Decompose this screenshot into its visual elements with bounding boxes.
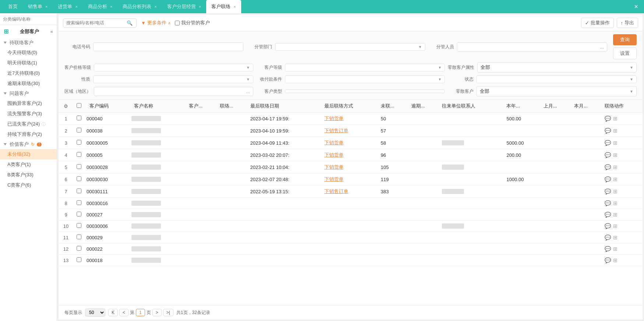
row-checkbox[interactable]	[77, 246, 81, 251]
grid-action-icon[interactable]: ⊞	[613, 200, 617, 206]
contact-method-link[interactable]: 下销售订单	[324, 188, 348, 194]
row-checkbox-cell[interactable]	[73, 243, 84, 255]
settings-icon[interactable]: ⚙	[64, 103, 68, 109]
last-page-button[interactable]: >|	[163, 309, 173, 316]
message-icon[interactable]: 💬	[605, 212, 611, 218]
row-checkbox-cell[interactable]	[73, 113, 84, 125]
row-checkbox-cell[interactable]	[73, 198, 84, 209]
message-icon[interactable]: 💬	[605, 246, 611, 252]
tab-customer-tier[interactable]: 客户分层经营 ×	[162, 0, 206, 13]
tab-product-analysis-list-close[interactable]: ×	[154, 4, 156, 9]
sidebar-search-input[interactable]	[3, 17, 57, 22]
sidebar-item-declining[interactable]: 持续下滑客户(2)	[0, 129, 57, 140]
row-checkbox-cell[interactable]	[73, 149, 84, 161]
more-conditions-button[interactable]: ▼ 更多条件 ∧	[141, 20, 170, 26]
row-checkbox[interactable]	[77, 234, 81, 239]
cust-type-select[interactable]	[285, 89, 445, 93]
tab-product-analysis[interactable]: 商品分析 ×	[83, 0, 117, 13]
zero-cust-select[interactable]: 全部 ▼	[476, 86, 637, 96]
tab-purchase-close[interactable]: ×	[75, 4, 77, 9]
col-settings[interactable]: ⚙	[59, 100, 73, 113]
message-icon[interactable]: 💬	[605, 140, 611, 146]
row-checkbox[interactable]	[77, 188, 81, 193]
section-value-customers[interactable]: 价值客户 ↻ !	[0, 140, 57, 149]
message-icon[interactable]: 💬	[605, 116, 611, 121]
next-page-button[interactable]: >	[152, 309, 162, 316]
grid-action-icon[interactable]: ⊞	[613, 257, 617, 263]
grid-action-icon[interactable]: ⊞	[613, 212, 617, 218]
tab-customer-tier-close[interactable]: ×	[199, 4, 201, 9]
grid-action-icon[interactable]: ⊞	[613, 234, 617, 240]
row-checkbox[interactable]	[77, 116, 81, 120]
sidebar-item-today[interactable]: 今天待联络(0)	[0, 47, 57, 58]
row-checkbox-cell[interactable]	[73, 173, 84, 186]
tab-home[interactable]: 首页	[3, 0, 23, 13]
contact-method-link[interactable]: 下销货单	[324, 164, 344, 170]
payment-select[interactable]: ▼	[285, 75, 445, 83]
cust-level-select[interactable]: ▼	[285, 64, 445, 71]
row-checkbox-cell[interactable]	[73, 232, 84, 243]
sidebar-item-class-a[interactable]: A类客户(1)	[0, 159, 57, 170]
message-icon[interactable]: 💬	[605, 234, 611, 240]
grid-action-icon[interactable]: ⊞	[613, 188, 617, 194]
grid-action-icon[interactable]: ⊞	[613, 164, 617, 170]
row-checkbox-cell[interactable]	[73, 221, 84, 232]
dept-select[interactable]: ▼	[275, 43, 425, 51]
grid-action-icon[interactable]: ⊞	[613, 246, 617, 252]
sidebar-item-unclassified[interactable]: 未分组(32)	[0, 149, 57, 159]
row-checkbox-cell[interactable]	[73, 209, 84, 221]
search-box[interactable]: 🔍	[63, 18, 137, 28]
sidebar-item-churned[interactable]: 已流失客户(24) ⓘ	[0, 119, 57, 129]
message-icon[interactable]: 💬	[605, 176, 611, 182]
tab-customer-contact-close[interactable]: ×	[233, 4, 236, 9]
grid-action-icon[interactable]: ⊞	[613, 223, 617, 229]
zero-attr-select[interactable]: 全部 ▼	[477, 62, 637, 73]
tab-sales-close[interactable]: ×	[45, 4, 47, 9]
tab-customer-contact[interactable]: 客户联络 ×	[206, 0, 241, 13]
prev-page-button[interactable]: <	[119, 309, 129, 316]
close-all-button[interactable]: ×	[631, 3, 641, 11]
contact-method-link[interactable]: 下销货单	[324, 152, 344, 158]
status-select[interactable]: ▼	[476, 75, 637, 83]
select-all-checkbox[interactable]	[77, 103, 81, 108]
row-checkbox-cell[interactable]	[73, 161, 84, 173]
row-checkbox[interactable]	[77, 212, 81, 216]
query-button[interactable]: 查询	[613, 34, 637, 45]
manager-select[interactable]: ...	[457, 42, 607, 52]
row-checkbox[interactable]	[77, 128, 81, 133]
row-checkbox[interactable]	[77, 152, 81, 157]
message-icon[interactable]: 💬	[605, 128, 611, 134]
first-page-button[interactable]: K	[108, 309, 118, 316]
grid-action-icon[interactable]: ⊞	[613, 128, 617, 134]
grid-action-icon[interactable]: ⊞	[613, 152, 617, 158]
sidebar-item-churn-warning[interactable]: 流失预警客户(3)	[0, 109, 57, 119]
sidebar-item-abnormal[interactable]: 囤购异常客户(2)	[0, 98, 57, 109]
sidebar-item-7days[interactable]: 近7天待联络(0)	[0, 68, 57, 78]
message-icon[interactable]: 💬	[605, 188, 611, 194]
row-checkbox[interactable]	[77, 140, 81, 145]
sidebar-item-overdue[interactable]: 逾期未联络(30)	[0, 78, 57, 89]
grid-action-icon[interactable]: ⊞	[613, 176, 617, 182]
collapse-icon[interactable]: «	[50, 29, 53, 34]
contact-method-link[interactable]: 下销货单	[324, 116, 344, 121]
search-icon[interactable]: 🔍	[127, 20, 133, 26]
tab-sales[interactable]: 销售单 ×	[23, 0, 53, 13]
grid-action-icon[interactable]: ⊞	[613, 116, 617, 121]
my-customers-checkbox[interactable]	[175, 21, 180, 25]
sidebar-item-class-b[interactable]: B类客户(33)	[0, 170, 57, 180]
section-problem-customers[interactable]: 问题客户	[0, 89, 57, 98]
page-size-select[interactable]: 50 100 200	[85, 308, 105, 317]
message-icon[interactable]: 💬	[605, 164, 611, 170]
row-checkbox-cell[interactable]	[73, 137, 84, 149]
row-checkbox[interactable]	[77, 176, 81, 181]
all-customers-header[interactable]: ⊞ 全部客户 «	[0, 25, 57, 38]
message-icon[interactable]: 💬	[605, 257, 611, 263]
reset-button[interactable]: 设置	[613, 47, 637, 59]
row-checkbox[interactable]	[77, 257, 81, 262]
price-level-select[interactable]: ▼	[94, 64, 253, 71]
sidebar-item-class-c[interactable]: C类客户(6)	[0, 180, 57, 190]
sidebar-item-tomorrow[interactable]: 明天待联络(1)	[0, 58, 57, 68]
row-checkbox-cell[interactable]	[73, 255, 84, 266]
refresh-icon[interactable]: ↻	[31, 142, 35, 147]
row-checkbox[interactable]	[77, 164, 81, 169]
